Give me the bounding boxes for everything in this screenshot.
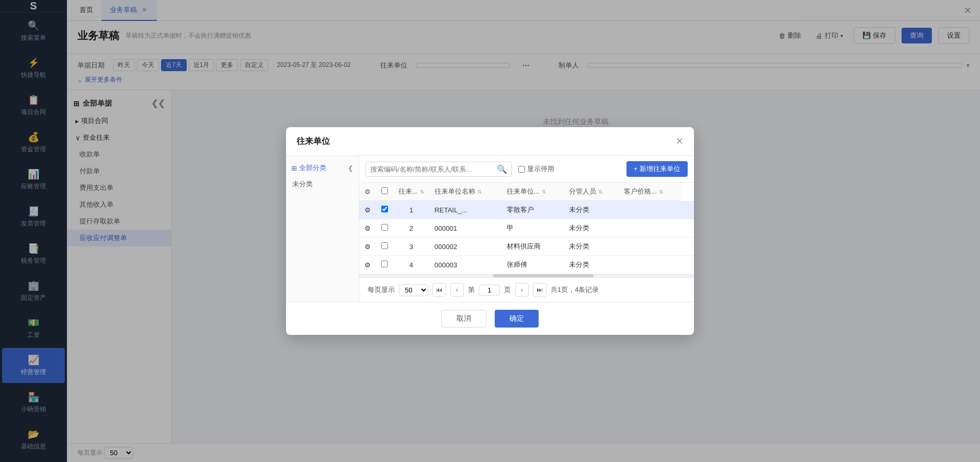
modal-body: ⊞ 全部分类 ❮ 未分类 🔍 显示停用 xyxy=(286,156,694,302)
page-suffix: 页 xyxy=(504,285,511,295)
row-category: 未分类 xyxy=(564,256,619,274)
row-checkbox[interactable] xyxy=(381,224,388,231)
row-price xyxy=(681,219,694,238)
row-code: 000002 xyxy=(429,238,502,256)
search-icon: 🔍 xyxy=(497,164,507,174)
per-page-select[interactable]: 50 100 xyxy=(399,284,428,296)
page-label: 第 xyxy=(468,285,475,295)
confirm-label: 确定 xyxy=(509,314,524,322)
modal-footer: 取消 确定 xyxy=(286,302,694,335)
modal-left-item-uncategorized[interactable]: 未分类 xyxy=(286,176,359,193)
modal-search-input[interactable] xyxy=(370,165,494,173)
sort-icon-4: ⇅ xyxy=(598,189,602,195)
th-code-label: 往来... xyxy=(398,187,418,196)
modal-left-nav: ⊞ 全部分类 ❮ 未分类 xyxy=(286,156,359,302)
row-price xyxy=(681,256,694,274)
cancel-label: 取消 xyxy=(457,314,471,322)
modal-search-box[interactable]: 🔍 xyxy=(366,162,512,177)
next-page-button[interactable]: › xyxy=(515,283,529,297)
modal-table-row[interactable]: ⚙ 1 RETAIL_... 零散客户 未分类 xyxy=(359,201,694,219)
th-manager-label: 分管人员 xyxy=(569,187,596,196)
row-manager xyxy=(619,256,681,274)
sort-icon: ⇅ xyxy=(420,189,424,195)
add-counterpart-button[interactable]: + 新增往来单位 xyxy=(626,161,688,177)
modal-table-row[interactable]: ⚙ 4 000003 张师傅 未分类 xyxy=(359,256,694,274)
add-counterpart-label: + 新增往来单位 xyxy=(634,164,680,174)
row-num: 3 xyxy=(393,238,429,256)
row-price xyxy=(681,238,694,256)
modal-table-row[interactable]: ⚙ 2 000001 甲 未分类 xyxy=(359,219,694,238)
modal-left-header: ⊞ 全部分类 ❮ xyxy=(286,160,359,176)
modal-horizontal-scrollbar[interactable] xyxy=(359,274,694,277)
modal-overlay: 往来单位 ✕ ⊞ 全部分类 ❮ 未分类 xyxy=(0,0,980,462)
th-check[interactable] xyxy=(376,183,393,201)
row-name: 甲 xyxy=(502,219,564,238)
row-check[interactable] xyxy=(376,256,393,274)
row-settings[interactable]: ⚙ xyxy=(359,256,376,274)
last-page-button[interactable]: ⏭ xyxy=(533,283,546,297)
th-name-label: 往来单位名称 xyxy=(435,187,475,196)
sort-icon-3: ⇅ xyxy=(542,189,546,195)
show-disabled-checkbox[interactable]: 显示停用 xyxy=(518,164,554,174)
confirm-button[interactable]: 确定 xyxy=(495,310,539,328)
grid-small-icon: ⊞ xyxy=(291,164,297,172)
th-category: 往来单位... ⇅ xyxy=(502,183,564,201)
modal-dialog: 往来单位 ✕ ⊞ 全部分类 ❮ 未分类 xyxy=(286,127,694,335)
total-label: 共1页，4条记录 xyxy=(551,285,599,295)
row-settings[interactable]: ⚙ xyxy=(359,201,376,219)
row-manager xyxy=(619,201,681,219)
row-code: 000003 xyxy=(429,256,502,274)
current-page-input[interactable] xyxy=(479,285,500,296)
row-category: 未分类 xyxy=(564,201,619,219)
row-check[interactable] xyxy=(376,201,393,219)
th-category-label: 往来单位... xyxy=(507,187,540,196)
row-checkbox[interactable] xyxy=(381,206,388,212)
row-manager xyxy=(619,219,681,238)
row-checkbox[interactable] xyxy=(381,261,388,267)
row-manager xyxy=(619,238,681,256)
modal-left-nav-label: 全部分类 xyxy=(299,163,326,173)
row-price xyxy=(681,201,694,219)
modal-header: 往来单位 ✕ xyxy=(286,127,694,156)
modal-uncategorized-label: 未分类 xyxy=(292,180,313,188)
per-page-label: 每页显示 xyxy=(368,285,395,295)
row-num: 2 xyxy=(393,219,429,238)
modal-table: ⚙ 往来... ⇅ 往来单位名 xyxy=(359,183,694,274)
modal-table-wrap: ⚙ 往来... ⇅ 往来单位名 xyxy=(359,183,694,274)
row-code: RETAIL_... xyxy=(429,201,502,219)
th-price: 客户价格... ⇅ xyxy=(619,183,681,201)
modal-pagination: 每页显示 50 100 ⏮ ‹ 第 页 › ⏭ 共1页，4条记录 xyxy=(359,277,694,302)
row-code: 000001 xyxy=(429,219,502,238)
modal-toolbar: 🔍 显示停用 + 新增往来单位 xyxy=(359,156,694,183)
modal-table-row[interactable]: ⚙ 3 000002 材料供应商 未分类 xyxy=(359,238,694,256)
sort-icon-2: ⇅ xyxy=(477,189,482,195)
modal-left-collapse-icon[interactable]: ❮ xyxy=(348,164,354,172)
select-all-checkbox[interactable] xyxy=(381,187,388,194)
th-code: 往来... ⇅ xyxy=(393,183,429,201)
cancel-button[interactable]: 取消 xyxy=(441,310,486,328)
th-name: 往来单位名称 ⇅ xyxy=(429,183,502,201)
modal-right: 🔍 显示停用 + 新增往来单位 ⚙ xyxy=(359,156,694,302)
row-name: 零散客户 xyxy=(502,201,564,219)
row-check[interactable] xyxy=(376,238,393,256)
modal-scrollbar-thumb[interactable] xyxy=(493,274,594,277)
first-page-button[interactable]: ⏮ xyxy=(432,283,446,297)
disabled-checkbox-input[interactable] xyxy=(518,166,525,173)
row-name: 张师傅 xyxy=(502,256,564,274)
row-settings[interactable]: ⚙ xyxy=(359,238,376,256)
th-price-label: 客户价格... xyxy=(624,187,657,196)
row-checkbox[interactable] xyxy=(381,242,388,249)
show-disabled-label: 显示停用 xyxy=(527,164,554,174)
row-settings[interactable]: ⚙ xyxy=(359,219,376,238)
modal-close-button[interactable]: ✕ xyxy=(676,136,683,147)
th-manager: 分管人员 ⇅ xyxy=(564,183,619,201)
row-category: 未分类 xyxy=(564,219,619,238)
modal-title: 往来单位 xyxy=(297,136,330,147)
row-num: 4 xyxy=(393,256,429,274)
row-num: 1 xyxy=(393,201,429,219)
row-check[interactable] xyxy=(376,219,393,238)
th-settings[interactable]: ⚙ xyxy=(359,183,376,201)
sort-icon-5: ⇅ xyxy=(659,189,663,195)
row-name: 材料供应商 xyxy=(502,238,564,256)
prev-page-button[interactable]: ‹ xyxy=(450,283,464,297)
